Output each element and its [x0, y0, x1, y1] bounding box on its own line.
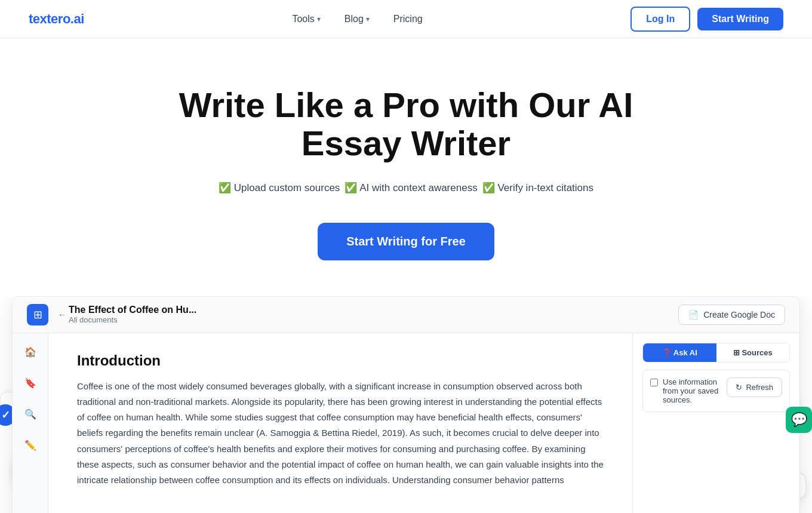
login-button[interactable]: Log In [630, 7, 690, 32]
demo-logo-icon: ⊞ [27, 304, 48, 325]
demo-content: Introduction Coffee is one of the most w… [48, 333, 632, 513]
back-icon: ← [58, 310, 66, 320]
source-checkbox[interactable] [650, 379, 658, 386]
demo-right-panel: ❓ Ask AI ⊞ Sources Use information from … [632, 333, 799, 513]
demo-section: ✓ Built-in AI detector Safe for academic… [0, 296, 812, 513]
question-icon: ❓ [662, 348, 672, 357]
feature-context: ✅ AI with context awareness [345, 182, 477, 194]
nav-tools-link[interactable]: Tools ▾ [282, 9, 330, 29]
demo-title-area: The Effect of Coffee on Hu... All docume… [69, 305, 196, 324]
start-writing-button[interactable]: Start Writing [697, 8, 783, 30]
content-body: Coffee is one of the most widely consume… [77, 379, 604, 489]
nav-blog-link[interactable]: Blog ▾ [335, 9, 379, 29]
cta-button[interactable]: Start Writing for Free [318, 223, 494, 260]
sources-icon: ⊞ [733, 348, 740, 357]
nav-pricing-link[interactable]: Pricing [384, 9, 432, 29]
chevron-down-icon: ▾ [317, 15, 321, 23]
sidebar-home-icon[interactable]: 🏠 [21, 343, 40, 362]
feature-upload: ✅ Upload custom sources [219, 182, 340, 194]
sidebar-search-icon[interactable]: 🔍 [21, 405, 40, 424]
demo-topbar-left: ⊞ ← The Effect of Coffee on Hu... All do… [27, 304, 196, 325]
demo-tabs: ❓ Ask AI ⊞ Sources [642, 343, 790, 363]
tab-ask-ai[interactable]: ❓ Ask AI [643, 343, 716, 362]
nav-actions: Log In Start Writing [630, 7, 783, 32]
hero-heading: Write Like a Pro with Our AI Essay Write… [137, 86, 675, 162]
hero-section: Write Like a Pro with Our AI Essay Write… [0, 38, 812, 296]
demo-sidebar: 🏠 🔖 🔍 ✏️ [13, 333, 48, 513]
demo-back-button[interactable]: ← The Effect of Coffee on Hu... All docu… [58, 305, 196, 324]
refresh-icon: ↻ [736, 383, 742, 392]
content-heading: Introduction [77, 352, 604, 369]
refresh-button[interactable]: ↻ Refresh [727, 377, 782, 397]
source-option: Use information from your saved sources.… [642, 370, 790, 412]
logo[interactable]: textero.ai [29, 11, 84, 27]
chevron-down-icon: ▾ [366, 15, 370, 23]
create-google-doc-button[interactable]: 📄 Create Google Doc [678, 305, 785, 325]
logo-text: textero.ai [29, 11, 84, 27]
hero-features: ✅ Upload custom sources ✅ AI with contex… [29, 182, 783, 194]
doc-icon: 📄 [688, 310, 699, 320]
demo-body: 🏠 🔖 🔍 ✏️ Introduction Coffee is one of t… [13, 333, 799, 513]
sidebar-bookmark-icon[interactable]: 🔖 [21, 374, 40, 393]
chat-bubble-icon[interactable]: 💬 [786, 407, 812, 433]
navbar: textero.ai Tools ▾ Blog ▾ Pricing Log In… [0, 0, 812, 38]
tab-sources[interactable]: ⊞ Sources [716, 343, 790, 362]
sidebar-edit-icon[interactable]: ✏️ [21, 436, 40, 455]
nav-links: Tools ▾ Blog ▾ Pricing [282, 9, 432, 29]
source-option-text: Use information from your saved sources. [663, 377, 722, 404]
feature-citations: ✅ Verify in-text citations [482, 182, 593, 194]
demo-window: ⊞ ← The Effect of Coffee on Hu... All do… [12, 296, 800, 513]
demo-topbar: ⊞ ← The Effect of Coffee on Hu... All do… [13, 297, 799, 333]
